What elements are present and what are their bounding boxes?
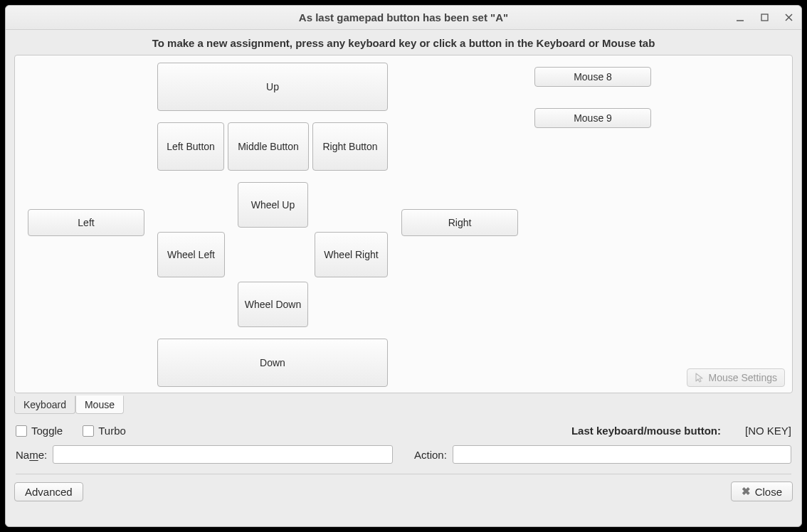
options-row: Toggle Turbo Last keyboard/mouse button:… [6,415,801,441]
titlebar: As last gamepad button has been set "A" [6,6,801,30]
label: Close [755,486,782,498]
name-input[interactable] [53,445,393,464]
mouse-wheel-up-button[interactable]: Wheel Up [238,182,308,228]
mouse-left-button-button[interactable]: Left Button [157,122,224,171]
tab-mouse[interactable]: Mouse [75,395,124,414]
label: Middle Button [238,141,299,152]
label: Left [78,217,94,228]
minimize-button[interactable] [732,9,749,26]
label: Mouse 8 [574,71,612,83]
mouse-wheel-right-button[interactable]: Wheel Right [315,232,388,277]
label: Turbo [98,425,126,437]
label: Wheel Right [324,249,378,260]
minimize-icon [736,14,744,22]
dialog-window: As last gamepad button has been set "A" … [5,5,802,527]
action-input[interactable] [453,445,791,464]
mouse-down-button[interactable]: Down [157,339,388,387]
checkbox-icon [83,425,94,437]
mouse-tab-panel: Up Left Button Middle Button Right Butto… [14,55,793,393]
last-key-label: Last keyboard/mouse button: [571,425,721,437]
maximize-icon [761,14,769,21]
toggle-checkbox[interactable]: Toggle [16,425,63,437]
mouse-move-left-button[interactable]: Left [28,209,144,236]
label: Keyboard [23,399,66,410]
label: Left Button [167,141,215,152]
mouse-wheel-left-button[interactable]: Wheel Left [157,232,225,277]
action-label: Action: [414,449,447,461]
label: Mouse [85,399,115,410]
label: Right Button [322,141,377,152]
mouse-wheel-down-button[interactable]: Wheel Down [238,282,308,327]
close-window-button[interactable] [780,9,797,26]
tab-keyboard[interactable]: Keyboard [14,396,75,414]
mouse-9-button[interactable]: Mouse 9 [534,108,651,128]
label: Right [448,217,472,228]
content-area: To make a new assignment, press any keyb… [6,30,801,526]
mouse-move-right-button[interactable]: Right [401,209,518,236]
mouse-up-button[interactable]: Up [157,63,388,111]
tab-bar: Keyboard Mouse [14,393,793,414]
mouse-middle-button-button[interactable]: Middle Button [228,122,309,171]
window-title: As last gamepad button has been set "A" [299,11,508,23]
mouse-settings-button[interactable]: Mouse Settings [687,368,786,387]
mouse-right-button-button[interactable]: Right Button [312,122,388,171]
label: Mouse 9 [574,112,612,124]
label: Mouse Settings [709,372,778,383]
label: Advanced [25,486,73,498]
last-key-value: [NO KEY] [745,425,791,437]
label: Wheel Down [245,299,301,310]
window-controls [732,6,797,29]
turbo-checkbox[interactable]: Turbo [83,425,126,437]
close-icon [785,14,793,21]
instruction-text: To make a new assignment, press any keyb… [6,30,801,55]
footer-row: Advanced ✖ Close [6,474,801,509]
cursor-icon [695,373,705,383]
svg-rect-1 [761,14,768,21]
close-x-icon: ✖ [742,485,751,498]
checkbox-icon [16,425,27,437]
label: Wheel Up [251,199,295,211]
mouse-8-button[interactable]: Mouse 8 [534,67,651,87]
label: Toggle [31,425,63,437]
fields-row: Name: Action: [6,441,801,471]
label: Wheel Left [167,249,215,260]
label: Up [266,81,279,92]
label: Down [260,357,285,368]
name-label: Name: [16,449,47,461]
close-button[interactable]: ✖ Close [731,482,793,501]
advanced-button[interactable]: Advanced [14,482,83,501]
maximize-button[interactable] [756,9,773,26]
